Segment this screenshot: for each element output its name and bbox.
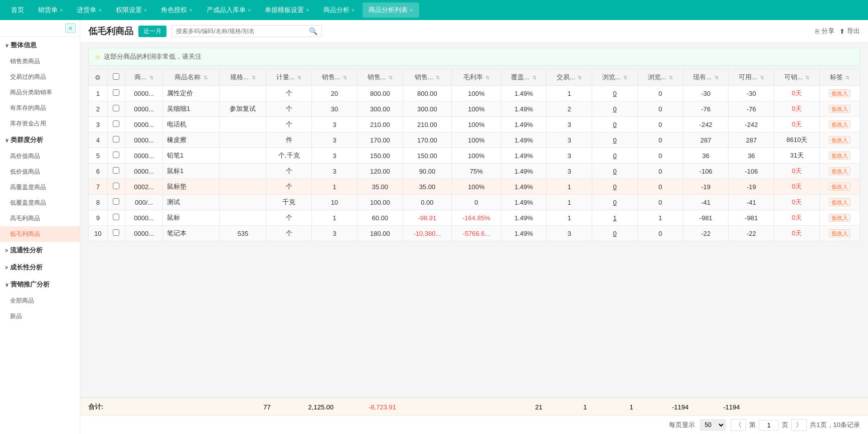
sidebar-item-库存资金占用[interactable]: 库存资金占用 (0, 116, 80, 131)
nav-item-角色授权[interactable]: 角色授权× (155, 3, 198, 18)
sidebar-group-流通性分析[interactable]: >流通性分析 (0, 242, 80, 259)
col-saleable[interactable]: 可销... ⇅ (774, 69, 820, 86)
page-size-select[interactable]: 50 100 (700, 419, 726, 430)
nav-close-icon[interactable]: × (410, 7, 413, 13)
nav-close-icon[interactable]: × (248, 7, 251, 13)
nav-item-进货单[interactable]: 进货单× (71, 3, 107, 18)
col-sale-amount[interactable]: 销售... ⇅ (357, 69, 403, 86)
nav-close-icon[interactable]: × (306, 7, 309, 13)
nav-close-icon[interactable]: × (144, 7, 147, 13)
row-checkbox[interactable] (107, 195, 125, 210)
sidebar-item-销售类商品[interactable]: 销售类商品 (0, 54, 80, 69)
col-checkbox[interactable] (107, 69, 125, 86)
col-browse1[interactable]: 浏览... ⇅ (592, 69, 638, 86)
nav-item-权限设置[interactable]: 权限设置× (110, 3, 153, 18)
next-page-btn[interactable]: 〉 (791, 419, 807, 431)
col-sale-qty[interactable]: 销售... ⇅ (312, 69, 358, 86)
col-tag[interactable]: 标签 ⇅ (820, 69, 860, 86)
row-trade: 3 (547, 117, 592, 132)
row-browse1[interactable]: 1 (592, 210, 638, 226)
sidebar-item-全部商品[interactable]: 全部商品 (0, 293, 80, 309)
page-input[interactable] (759, 420, 779, 430)
row-browse1[interactable]: 0 (592, 179, 638, 195)
row-sale-amount: 60.00 (357, 210, 403, 226)
row-available: -30 (729, 86, 774, 101)
row-code: 0000... (125, 148, 163, 164)
prev-page-btn[interactable]: 〈 (731, 419, 746, 431)
row-checkbox[interactable] (107, 101, 125, 117)
row-coverage: 1.49% (501, 132, 547, 148)
sidebar-item-高覆盖度商品[interactable]: 高覆盖度商品 (0, 180, 80, 195)
row-checkbox[interactable] (107, 164, 125, 179)
row-trade: 1 (547, 86, 592, 101)
col-setting[interactable]: ⚙ (89, 69, 108, 86)
row-checkbox[interactable] (107, 148, 125, 164)
row-sale-qty: 10 (312, 195, 358, 210)
sidebar-item-有库存的商品[interactable]: 有库存的商品 (0, 100, 80, 116)
row-browse1[interactable]: 0 (592, 101, 638, 117)
sidebar-item-商品分类助销率[interactable]: 商品分类助销率 (0, 85, 80, 100)
row-checkbox[interactable] (107, 210, 125, 226)
col-gross-rate[interactable]: 毛利率 ⇅ (452, 69, 501, 86)
row-checkbox[interactable] (107, 226, 125, 241)
col-browse2[interactable]: 浏览... ⇅ (637, 69, 683, 86)
nav-item-单据模板设置[interactable]: 单据模板设置× (259, 3, 315, 18)
sidebar-group-营销推广分析[interactable]: ∨营销推广分析 (0, 276, 80, 293)
nav-item-首页[interactable]: 首页 (5, 3, 30, 18)
nav-close-icon[interactable]: × (98, 7, 101, 13)
sidebar-item-低价值商品[interactable]: 低价值商品 (0, 164, 80, 180)
sidebar-group-整体信息[interactable]: ∨整体信息 (0, 37, 80, 54)
nav-close-icon[interactable]: × (352, 7, 355, 13)
row-browse1[interactable]: 0 (592, 226, 638, 241)
row-browse1[interactable]: 0 (592, 148, 638, 164)
row-browse1[interactable]: 0 (592, 117, 638, 132)
nav-item-产成品入库单[interactable]: 产成品入库单× (201, 3, 257, 18)
table-container[interactable]: ⚙ 商... ⇅ 商品名称 ⇅ 规格... ⇅ 计量... ⇅ 销售... ⇅ … (80, 69, 868, 397)
row-gross-rate: 100% (452, 132, 501, 148)
nav-close-icon[interactable]: × (189, 7, 192, 13)
row-checkbox[interactable] (107, 86, 125, 101)
col-current[interactable]: 现有... ⇅ (683, 69, 729, 86)
sidebar-group-成长性分析[interactable]: >成长性分析 (0, 259, 80, 276)
select-all-checkbox[interactable] (113, 73, 119, 80)
row-checkbox[interactable] (107, 132, 125, 148)
row-name: 鼠标1 (163, 164, 220, 179)
row-no: 2 (89, 101, 108, 117)
col-name[interactable]: 商品名称 ⇅ (163, 69, 220, 86)
total-sale-amount: 2,125.00 (301, 403, 341, 411)
col-coverage[interactable]: 覆盖... ⇅ (501, 69, 547, 86)
nav-item-商品分析[interactable]: 商品分析× (317, 3, 361, 18)
row-checkbox[interactable] (107, 117, 125, 132)
col-sale-profit[interactable]: 销售... ⇅ (403, 69, 451, 86)
sidebar-item-低毛利商品[interactable]: 低毛利商品 (0, 226, 80, 242)
sidebar-item-高毛利商品[interactable]: 高毛利商品 (0, 211, 80, 226)
col-code[interactable]: 商... ⇅ (125, 69, 163, 86)
row-browse1[interactable]: 0 (592, 132, 638, 148)
row-browse1[interactable]: 0 (592, 164, 638, 179)
total-sale-qty: 77 (255, 403, 280, 411)
row-browse1[interactable]: 0 (592, 86, 638, 101)
col-spec[interactable]: 规格... ⇅ (220, 69, 266, 86)
share-button[interactable]: ⎘ 分享 (815, 27, 834, 36)
sidebar-item-交易过的商品[interactable]: 交易过的商品 (0, 69, 80, 85)
row-browse2: 0 (637, 148, 683, 164)
nav-close-icon[interactable]: × (60, 7, 63, 13)
search-input[interactable] (176, 28, 309, 35)
row-browse1[interactable]: 0 (592, 195, 638, 210)
col-trade[interactable]: 交易... ⇅ (547, 69, 592, 86)
sidebar-item-低覆盖度商品[interactable]: 低覆盖度商品 (0, 195, 80, 211)
nav-item-销货单[interactable]: 销货单× (32, 3, 69, 18)
row-sale-qty: 1 (312, 210, 358, 226)
nav-item-商品分析列表[interactable]: 商品分析列表× (363, 3, 419, 18)
export-button[interactable]: ⬆ 导出 (839, 27, 860, 36)
row-no: 5 (89, 148, 108, 164)
footer-pagination: 〈 第 页 〉 共1页，10条记录 (731, 419, 860, 431)
sidebar-group-类群度分析[interactable]: ∨类群度分析 (0, 131, 80, 149)
date-filter-btn[interactable]: 近一月 (138, 26, 166, 37)
row-checkbox[interactable] (107, 179, 125, 195)
col-available[interactable]: 可用... ⇅ (729, 69, 774, 86)
sidebar-collapse-btn[interactable]: « (65, 23, 76, 33)
col-unit[interactable]: 计量... ⇅ (266, 69, 312, 86)
sidebar-item-高价值商品[interactable]: 高价值商品 (0, 149, 80, 164)
sidebar-item-新品[interactable]: 新品 (0, 309, 80, 324)
